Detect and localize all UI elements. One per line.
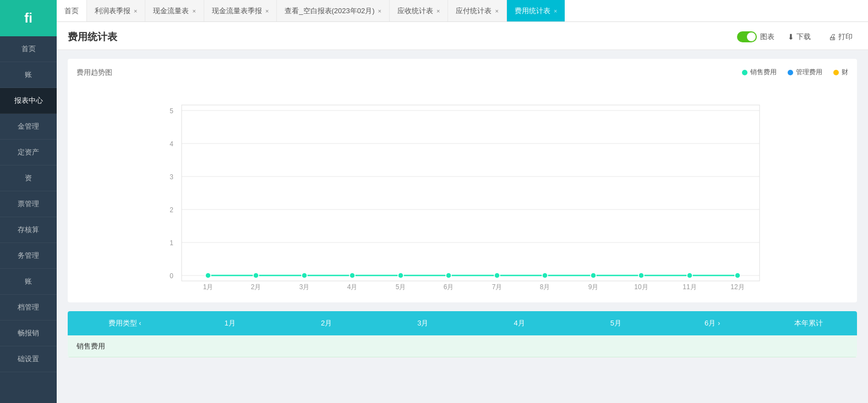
svg-text:2月: 2月 xyxy=(251,283,261,291)
print-button[interactable]: 🖨 打印 xyxy=(824,30,857,44)
sidebar-item-capital[interactable]: 资 xyxy=(0,165,57,191)
th-month-4: 4月 xyxy=(471,318,567,328)
svg-text:4月: 4月 xyxy=(347,283,358,291)
chart-legend: 销售费用 管理费用 财 xyxy=(742,68,848,77)
svg-point-33 xyxy=(591,273,596,278)
sidebar-item-expense[interactable]: 畅报销 xyxy=(0,321,57,346)
svg-point-28 xyxy=(350,273,355,278)
tab-close-icon[interactable]: × xyxy=(265,8,269,14)
th-prev-arrow[interactable]: ‹ xyxy=(139,319,141,327)
tab-profit-quarterly[interactable]: 利润表季报 × xyxy=(87,0,145,21)
tab-cashflow[interactable]: 现金流量表 × xyxy=(145,0,204,21)
tab-close-icon[interactable]: × xyxy=(192,8,195,14)
tab-close-icon[interactable]: × xyxy=(436,8,440,14)
sidebar-item-assets[interactable]: 定资产 xyxy=(0,140,57,165)
tab-cashflow-quarterly[interactable]: 现金流量表季报 × xyxy=(204,0,277,21)
svg-text:11月: 11月 xyxy=(683,283,696,291)
svg-text:6月: 6月 xyxy=(444,283,454,291)
tab-bar: 首页 利润表季报 × 现金流量表 × 现金流量表季报 × 查看_空白报表(202… xyxy=(57,0,868,22)
tab-blank-report[interactable]: 查看_空白报表(2023年02月) × xyxy=(277,0,390,21)
sidebar: fi 首页 账 报表中心 金管理 定资产 资 票管理 存核算 务管理 账 档管理… xyxy=(0,0,57,403)
th-month-5: 5月 xyxy=(567,318,664,328)
table-header: 费用类型 ‹ 1月 2月 3月 4月 5月 6月 › 本年累计 xyxy=(68,311,857,335)
sidebar-item-account[interactable]: 账 xyxy=(0,269,57,295)
header-actions: 图表 ⬇ 下载 🖨 打印 xyxy=(737,30,857,44)
tab-label: 利润表季报 xyxy=(95,6,130,16)
legend-finance: 财 xyxy=(833,68,848,77)
sidebar-logo: fi xyxy=(0,0,57,36)
chart-toggle-wrap: 图表 xyxy=(737,31,774,42)
table-row: 销售费用 xyxy=(68,335,857,357)
legend-admin: 管理费用 xyxy=(788,68,822,77)
svg-point-26 xyxy=(253,273,259,278)
tab-expense-stats[interactable]: 费用统计表 × xyxy=(507,0,565,21)
download-button[interactable]: ⬇ 下载 xyxy=(783,30,815,44)
svg-text:10月: 10月 xyxy=(634,283,648,291)
svg-point-29 xyxy=(398,273,403,278)
sidebar-item-reports[interactable]: 报表中心 xyxy=(0,88,57,114)
legend-sales: 销售费用 xyxy=(742,68,777,77)
chart-toggle[interactable] xyxy=(737,31,757,42)
th-month-2: 2月 xyxy=(278,318,374,328)
trend-chart-svg: 5 4 3 2 1 0 1月 2月 xyxy=(77,83,848,292)
th-next-arrow[interactable]: › xyxy=(718,319,720,327)
sidebar-item-inventory[interactable]: 存核算 xyxy=(0,217,57,243)
svg-text:7月: 7月 xyxy=(492,283,503,291)
legend-dot-finance xyxy=(833,70,839,75)
tab-label: 现金流量表季报 xyxy=(212,6,262,16)
legend-label-admin: 管理费用 xyxy=(796,68,822,77)
sidebar-item-settings[interactable]: 础设置 xyxy=(0,346,57,372)
sidebar-item-home[interactable]: 首页 xyxy=(0,36,57,62)
svg-text:8月: 8月 xyxy=(540,283,550,291)
sidebar-item-cash[interactable]: 金管理 xyxy=(0,114,57,140)
tab-close-icon[interactable]: × xyxy=(378,8,381,14)
sidebar-item-archive[interactable]: 档管理 xyxy=(0,295,57,321)
tab-close-icon[interactable]: × xyxy=(495,8,498,14)
svg-text:5: 5 xyxy=(170,107,173,115)
svg-text:1: 1 xyxy=(170,239,173,247)
download-label: 下载 xyxy=(796,32,811,42)
tab-label: 应付统计表 xyxy=(456,6,492,16)
tab-label: 应收统计表 xyxy=(397,6,433,16)
page-title: 费用统计表 xyxy=(68,30,117,43)
svg-text:3: 3 xyxy=(170,173,173,181)
toggle-label: 图表 xyxy=(760,32,774,42)
tab-close-icon[interactable]: × xyxy=(134,8,137,14)
tab-label: 费用统计表 xyxy=(515,6,550,16)
td-expense-type: 销售费用 xyxy=(68,341,182,351)
download-icon: ⬇ xyxy=(788,32,794,41)
svg-point-35 xyxy=(687,273,692,278)
svg-text:4: 4 xyxy=(170,140,173,148)
svg-point-31 xyxy=(494,273,500,278)
svg-text:5月: 5月 xyxy=(396,283,406,291)
chart-title: 费用趋势图 xyxy=(77,68,848,78)
tab-receivable[interactable]: 应收统计表 × xyxy=(390,0,448,21)
page-header: 费用统计表 图表 ⬇ 下载 🖨 打印 xyxy=(57,22,868,50)
svg-point-34 xyxy=(638,273,644,278)
chart-area: 5 4 3 2 1 0 1月 2月 xyxy=(77,83,848,294)
svg-point-25 xyxy=(205,273,211,278)
th-month-6-label: 6月 xyxy=(705,318,716,328)
main-content: 首页 利润表季报 × 现金流量表 × 现金流量表季报 × 查看_空白报表(202… xyxy=(57,0,868,403)
svg-text:12月: 12月 xyxy=(730,283,744,291)
chart-container: 费用趋势图 销售费用 管理费用 财 xyxy=(68,59,857,302)
tab-payable[interactable]: 应付统计表 × xyxy=(448,0,506,21)
tab-label: 查看_空白报表(2023年02月) xyxy=(285,6,374,16)
th-expense-type: 费用类型 ‹ xyxy=(68,318,182,328)
svg-rect-12 xyxy=(182,105,760,281)
tab-close-icon[interactable]: × xyxy=(554,8,557,14)
th-month-1: 1月 xyxy=(182,318,278,328)
print-icon: 🖨 xyxy=(828,32,836,41)
legend-label-finance: 财 xyxy=(842,68,848,77)
th-month-6: 6月 › xyxy=(664,318,760,328)
th-label: 费用类型 xyxy=(108,318,137,328)
content-area: 费用趋势图 销售费用 管理费用 财 xyxy=(57,50,868,403)
legend-dot-admin xyxy=(788,70,793,75)
sidebar-item-invoice[interactable]: 票管理 xyxy=(0,191,57,217)
th-yearly-total: 本年累计 xyxy=(761,318,857,328)
tab-home[interactable]: 首页 xyxy=(57,0,87,21)
sidebar-item-service[interactable]: 务管理 xyxy=(0,243,57,269)
sidebar-item-ledger[interactable]: 账 xyxy=(0,62,57,88)
expense-table: 费用类型 ‹ 1月 2月 3月 4月 5月 6月 › 本年累计 销售费用 xyxy=(68,311,857,357)
svg-text:1月: 1月 xyxy=(203,283,214,291)
